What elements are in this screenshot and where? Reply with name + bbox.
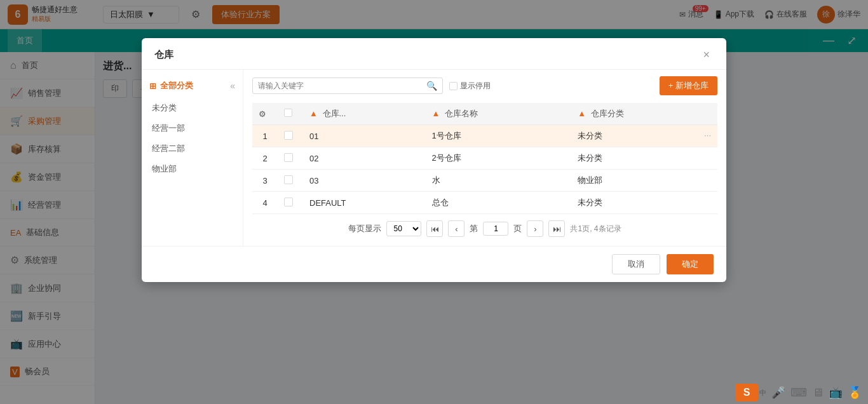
total-info: 共1页, 4条记录 — [570, 224, 621, 234]
page-last-button[interactable]: ⏭ — [548, 220, 565, 237]
search-input-wrap[interactable]: 🔍 — [252, 77, 443, 94]
page-first-button[interactable]: ⏮ — [426, 220, 443, 237]
th-code-label: 仓库... — [323, 109, 346, 118]
table-container: ⚙ ▲ 仓库... ▲ — [252, 103, 717, 214]
table-header-row: ⚙ ▲ 仓库... ▲ — [252, 103, 717, 125]
row-code: 02 — [303, 147, 426, 170]
sort-icon: ▲ — [432, 109, 440, 118]
table-toolbar: 🔍 显示停用 + 新增仓库 — [252, 76, 717, 95]
row-name: 总仓 — [426, 192, 572, 214]
pagination-bar: 每页显示 50 100 200 ⏮ ‹ 第 页 › ⏭ 共1页, 4条记录 — [252, 214, 717, 239]
modal-title: 仓库 — [154, 49, 173, 61]
th-category: ▲ 仓库分类 — [571, 103, 717, 125]
row-actions-icon[interactable]: ··· — [704, 130, 711, 140]
per-page-select[interactable]: 50 100 200 — [386, 221, 421, 236]
row-category: 未分类 — [571, 192, 717, 214]
category-item-operations1[interactable]: 经营一部 — [142, 118, 243, 138]
tv-icon[interactable]: 📺 — [829, 386, 843, 400]
th-category-label: 仓库分类 — [591, 109, 624, 118]
show-disabled-label: 显示停用 — [460, 81, 491, 91]
add-warehouse-button[interactable]: + 新增仓库 — [660, 76, 717, 95]
table-row[interactable]: 2 02 2号仓库 未分类 — [252, 147, 717, 170]
page-label: 页 — [513, 223, 522, 234]
row-name: 2号仓库 — [426, 147, 572, 170]
category-item-label: 经营一部 — [152, 123, 185, 133]
category-all-label: 全部分类 — [160, 80, 193, 91]
bottom-bar: S 中 🎤 ⌨ 🖥 📺 🏅 — [729, 381, 868, 404]
row-checkbox-cell — [278, 125, 303, 147]
category-collapse-button[interactable]: « — [230, 81, 235, 91]
settings-icon: ⚙ — [259, 109, 266, 119]
table-head: ⚙ ▲ 仓库... ▲ — [252, 103, 717, 125]
per-page-label: 每页显示 — [348, 223, 381, 234]
row-checkbox-cell — [278, 170, 303, 192]
row-checkbox-cell — [278, 192, 303, 214]
sort-icon: ▲ — [309, 109, 318, 118]
row-category: 物业部 — [571, 170, 717, 192]
row-category: 未分类··· — [571, 125, 717, 147]
search-input[interactable] — [258, 81, 423, 90]
row-name: 1号仓库 — [426, 125, 572, 147]
table-row[interactable]: 1 01 1号仓库 未分类··· — [252, 125, 717, 147]
row-code: 03 — [303, 170, 426, 192]
bottom-logo: S 中 — [735, 384, 766, 401]
keyboard-icon[interactable]: ⌨ — [790, 386, 807, 400]
category-item-property[interactable]: 物业部 — [142, 159, 243, 179]
category-item-unclassified[interactable]: 未分类 — [142, 98, 243, 118]
th-name-label: 仓库名称 — [445, 109, 478, 118]
s-logo: S — [735, 384, 758, 401]
category-panel: ⊞ 全部分类 « 未分类 经营一部 经营二部 物业部 — [142, 70, 243, 246]
table-row[interactable]: 4 DEFAULT 总仓 未分类 — [252, 192, 717, 214]
page-prev-button[interactable]: ‹ — [448, 220, 465, 237]
confirm-button[interactable]: 确定 — [667, 254, 714, 274]
category-item-operations2[interactable]: 经营二部 — [142, 138, 243, 159]
modal-header: 仓库 × — [142, 38, 726, 70]
warehouse-modal: 仓库 × ⊞ 全部分类 « 未分类 经营一部 — [142, 38, 726, 282]
th-checkbox — [278, 103, 303, 125]
table-panel: 🔍 显示停用 + 新增仓库 ⚙ — [243, 70, 726, 246]
cancel-button[interactable]: 取消 — [612, 254, 660, 274]
modal-body: ⊞ 全部分类 « 未分类 经营一部 经营二部 物业部 — [142, 70, 726, 246]
row-checkbox[interactable] — [284, 153, 293, 162]
th-name: ▲ 仓库名称 — [426, 103, 572, 125]
medal-icon[interactable]: 🏅 — [848, 386, 862, 400]
monitor-icon[interactable]: 🖥 — [812, 386, 824, 400]
grid-icon: ⊞ — [149, 81, 156, 91]
category-item-label: 经营二部 — [152, 144, 185, 153]
category-item-label: 未分类 — [152, 103, 177, 112]
category-all[interactable]: ⊞ 全部分类 — [149, 80, 193, 91]
th-settings: ⚙ — [252, 103, 278, 125]
row-code: DEFAULT — [303, 192, 426, 214]
row-number: 1 — [252, 125, 278, 147]
mic-icon[interactable]: 🎤 — [771, 386, 785, 400]
sort-icon: ▲ — [578, 109, 586, 118]
row-number: 4 — [252, 192, 278, 214]
modal-close-button[interactable]: × — [699, 47, 714, 63]
row-number: 3 — [252, 170, 278, 192]
row-number: 2 — [252, 147, 278, 170]
disabled-checkbox[interactable] — [449, 82, 458, 90]
page-next-button[interactable]: › — [527, 220, 543, 237]
row-checkbox[interactable] — [284, 131, 293, 140]
warehouse-table: ⚙ ▲ 仓库... ▲ — [252, 103, 717, 214]
page-prefix: 第 — [470, 223, 478, 234]
modal-footer: 取消 确定 — [142, 246, 726, 282]
row-category: 未分类 — [571, 147, 717, 170]
table-body: 1 01 1号仓库 未分类··· 2 02 2号仓库 未分类 3 03 水 物业… — [252, 125, 717, 214]
category-header: ⊞ 全部分类 « — [142, 76, 243, 98]
show-disabled-checkbox[interactable]: 显示停用 — [449, 81, 491, 91]
category-item-label: 物业部 — [152, 164, 177, 173]
row-name: 水 — [426, 170, 572, 192]
bottom-lang: 中 — [759, 388, 766, 398]
th-code: ▲ 仓库... — [303, 103, 426, 125]
s-logo-label: S — [743, 387, 750, 398]
row-code: 01 — [303, 125, 426, 147]
page-number-input[interactable] — [483, 222, 508, 236]
modal-overlay: 仓库 × ⊞ 全部分类 « 未分类 经营一部 — [0, 0, 868, 404]
search-icon: 🔍 — [426, 81, 437, 91]
row-checkbox[interactable] — [284, 175, 293, 184]
table-row[interactable]: 3 03 水 物业部 — [252, 170, 717, 192]
header-checkbox[interactable] — [284, 109, 292, 117]
row-checkbox-cell — [278, 147, 303, 170]
row-checkbox[interactable] — [284, 198, 293, 206]
